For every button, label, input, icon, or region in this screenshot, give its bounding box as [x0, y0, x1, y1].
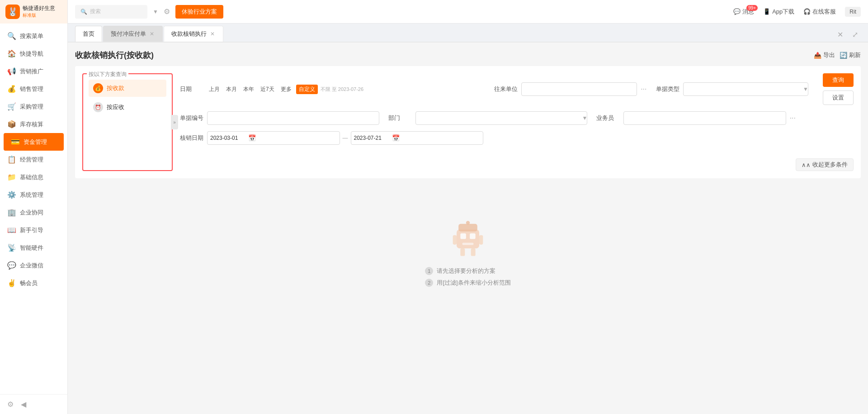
counterparty-more-icon[interactable]: ···	[641, 85, 646, 93]
tab-expand-icon[interactable]: ⤢	[849, 29, 861, 40]
sidebar-item-label: 企业协同	[20, 209, 43, 217]
page-actions: 📤 导出 🔄 刷新	[814, 51, 861, 59]
sidebar-item-hardware[interactable]: 📡 智能硬件	[0, 239, 67, 257]
sidebar-item-enterprise[interactable]: 🏢 企业协同	[0, 204, 67, 221]
counterparty-input[interactable]	[521, 82, 637, 96]
sidebar-item-system[interactable]: ⚙️ 系统管理	[0, 186, 67, 204]
date-tag-7days[interactable]: 近7天	[259, 85, 276, 94]
enterprise-icon: 🏢	[7, 208, 16, 217]
customer-service-link[interactable]: 🎧 在线客服	[803, 8, 836, 16]
staff-input[interactable]	[623, 111, 786, 125]
sidebar-item-basic-info[interactable]: 📁 基础信息	[0, 168, 67, 186]
filter-collapse-button[interactable]: »	[171, 115, 178, 129]
date-tag-this-month[interactable]: 本月	[224, 85, 239, 94]
message-icon: 💬	[733, 8, 741, 15]
tab-collection-close-icon[interactable]: ✕	[209, 31, 216, 37]
sidebar-item-quick-nav[interactable]: 🏠 快捷导航	[0, 45, 67, 62]
app-download-link[interactable]: 📱 App下载	[763, 8, 794, 16]
voucher-no-condition: 单据编号	[180, 111, 379, 125]
sidebar-item-label: 新手引导	[20, 226, 43, 234]
search-placeholder: 搜索	[90, 8, 101, 15]
sidebar-item-search[interactable]: 🔍 搜索菜单	[0, 27, 67, 45]
date-tag-last-month[interactable]: 上月	[207, 85, 222, 94]
collapse-sidebar-icon[interactable]: ◀	[21, 400, 26, 409]
date-suffix: 不限 至 2023-07-26	[321, 86, 363, 93]
staff-more-icon[interactable]: ···	[790, 114, 796, 122]
collapse-more-button[interactable]: ∧∧ 收起更多条件	[796, 158, 854, 171]
topbar-gear-icon[interactable]: ⚙	[164, 7, 170, 16]
message-badge[interactable]: 💬 消息 99+	[733, 8, 754, 16]
filter-option-collection-label: 按收款	[107, 84, 124, 92]
svg-rect-1	[460, 233, 466, 239]
sidebar-item-label: 系统管理	[20, 191, 43, 199]
tabbar: 首页 预付冲应付单 ✕ 收款核销执行 ✕ ✕ ⤢	[68, 24, 868, 43]
svg-rect-5	[479, 235, 483, 245]
user-profile[interactable]: Rit	[845, 7, 861, 17]
sidebar-item-sales[interactable]: 💰 销售管理	[0, 80, 67, 98]
calendar-start-icon[interactable]: 📅	[248, 134, 256, 142]
date-tag-this-year[interactable]: 本年	[241, 85, 256, 94]
tab-home[interactable]: 首页	[75, 26, 102, 42]
system-icon: ⚙️	[7, 190, 16, 199]
topbar-dropdown-arrow[interactable]: ▼	[153, 9, 158, 15]
settings-bottom-icon[interactable]: ⚙	[7, 400, 14, 409]
sidebar-item-capital[interactable]: 💳 资金管理	[4, 133, 64, 151]
voucher-type-select[interactable]	[683, 82, 809, 96]
svg-rect-3	[462, 243, 474, 245]
capital-icon: 💳	[11, 138, 20, 146]
empty-illustration	[445, 214, 491, 260]
counterparty-condition: 往来单位 ···	[494, 82, 647, 96]
svg-rect-6	[460, 248, 465, 256]
tab-prepay[interactable]: 预付冲应付单 ✕	[103, 26, 163, 42]
query-buttons: 查询 设置	[823, 73, 854, 105]
sidebar-item-purchase[interactable]: 🛒 采购管理	[0, 98, 67, 115]
export-label: 导出	[823, 51, 835, 59]
sidebar-item-label: 智能硬件	[20, 244, 43, 252]
sidebar-item-inventory[interactable]: 📦 库存核算	[0, 115, 67, 133]
inventory-icon: 📦	[7, 120, 16, 128]
purchase-icon: 🛒	[7, 102, 16, 111]
tab-collection[interactable]: 收款核销执行 ✕	[164, 26, 223, 42]
verify-date-start-input[interactable]	[210, 135, 246, 141]
settings-button[interactable]: 设置	[823, 90, 854, 105]
tab-close-all-icon[interactable]: ✕	[835, 29, 846, 40]
sidebar-item-operation[interactable]: 📋 经营管理	[0, 151, 67, 168]
voucher-no-label: 单据编号	[180, 114, 203, 122]
sidebar-item-label: 畅会员	[20, 279, 38, 287]
customer-service-label: 在线客服	[812, 8, 836, 16]
verify-date-range: 📅 — 📅	[207, 131, 483, 145]
export-button[interactable]: 📤 导出	[814, 51, 835, 59]
search-icon: 🔍	[7, 32, 16, 40]
verify-date-end-input[interactable]	[354, 135, 390, 141]
tab-prepay-close-icon[interactable]: ✕	[149, 31, 155, 37]
sidebar-item-wechat[interactable]: 💬 企业微信	[0, 257, 67, 274]
sidebar-item-label: 搜索菜单	[20, 32, 43, 40]
topbar-search[interactable]: 🔍 搜索	[75, 5, 147, 19]
svg-point-9	[466, 221, 470, 224]
content-area: 收款核销执行(按收款) 📤 导出 🔄 刷新 按以下方案查询 💰 按收款	[68, 43, 868, 414]
verify-date-end-wrap: 📅	[351, 131, 484, 145]
hardware-icon: 📡	[7, 243, 16, 252]
filter-option-by-receivable[interactable]: ⏰ 按应收	[89, 99, 166, 116]
industry-solution-button[interactable]: 休验行业方案	[175, 5, 223, 19]
filter-option-by-collection[interactable]: 💰 按收款	[89, 80, 166, 97]
date-condition: 日期 上月 本月 本年 近7天 更多 自定义 不限 至 2023-07-26	[180, 85, 485, 94]
voucher-no-input[interactable]	[207, 111, 379, 125]
department-select[interactable]	[415, 111, 588, 125]
calendar-end-icon[interactable]: 📅	[392, 134, 400, 142]
basic-info-icon: 📁	[7, 173, 16, 181]
query-button[interactable]: 查询	[823, 73, 854, 87]
refresh-button[interactable]: 🔄 刷新	[840, 51, 861, 59]
svg-rect-2	[470, 233, 476, 239]
svg-rect-7	[471, 248, 476, 256]
app-download-icon: 📱	[763, 8, 770, 15]
sidebar-item-marketing[interactable]: 📢 营销推广	[0, 62, 67, 80]
sidebar-item-guide[interactable]: 📖 新手引导	[0, 221, 67, 239]
svg-rect-0	[457, 229, 479, 248]
date-tag-custom[interactable]: 自定义	[296, 85, 318, 94]
department-condition: 部门 ▼	[388, 111, 588, 125]
collapse-label: 收起更多条件	[812, 161, 848, 169]
sidebar-item-member[interactable]: ✌ 畅会员	[0, 274, 67, 292]
wechat-icon: 💬	[7, 261, 16, 270]
date-tag-more[interactable]: 更多	[279, 85, 293, 94]
